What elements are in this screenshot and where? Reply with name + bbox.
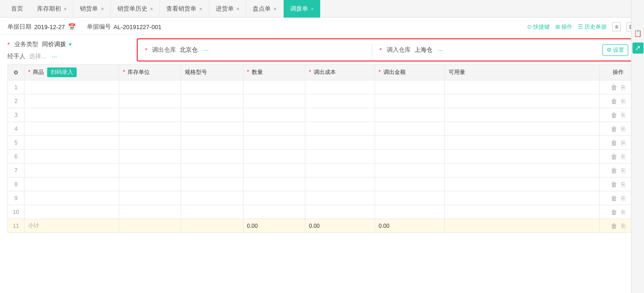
- tab-home[interactable]: 首页: [4, 5, 30, 13]
- biz-type-select[interactable]: 同价调拨 ▾: [42, 40, 72, 49]
- row-copy-icon-4[interactable]: ⎘: [621, 125, 625, 133]
- row-spec-10[interactable]: [181, 205, 243, 219]
- row-qty-7[interactable]: [243, 164, 305, 177]
- row-qty-3[interactable]: [243, 108, 305, 122]
- row-qty-5[interactable]: [243, 136, 305, 150]
- row-delete-icon-9[interactable]: 🗑: [611, 195, 617, 202]
- tab-sales-order[interactable]: 销货单 ×: [73, 0, 110, 18]
- row-unit-9[interactable]: [119, 191, 181, 205]
- row-qty-10[interactable]: [243, 205, 305, 219]
- tab-close-sales-order[interactable]: ×: [101, 6, 103, 12]
- row-goods-4[interactable]: [24, 122, 119, 136]
- row-goods-5[interactable]: [24, 136, 119, 150]
- row-available-5[interactable]: [444, 136, 599, 150]
- row-unit-7[interactable]: [119, 164, 181, 177]
- row-spec-9[interactable]: [181, 191, 243, 205]
- col-header-settings[interactable]: ⚙: [8, 65, 24, 80]
- row-delete-icon-2[interactable]: 🗑: [611, 98, 617, 105]
- subtotal-copy-icon[interactable]: ⎘: [621, 222, 625, 230]
- row-qty-4[interactable]: [243, 122, 305, 136]
- row-copy-icon-9[interactable]: ⎘: [621, 195, 625, 202]
- row-cost-9[interactable]: [305, 191, 375, 205]
- row-goods-8[interactable]: [24, 177, 119, 191]
- warehouse-out-value[interactable]: 北京仓: [180, 46, 198, 54]
- row-qty-9[interactable]: [243, 191, 305, 205]
- tab-close-transfer[interactable]: ×: [311, 6, 314, 12]
- row-copy-icon-5[interactable]: ⎘: [621, 139, 625, 146]
- row-spec-6[interactable]: [181, 150, 243, 164]
- subtotal-delete-icon[interactable]: 🗑: [611, 222, 617, 230]
- row-delete-icon-7[interactable]: 🗑: [611, 167, 617, 174]
- row-spec-2[interactable]: [181, 94, 243, 108]
- row-amount-9[interactable]: [375, 191, 444, 205]
- person-more-icon[interactable]: ···: [52, 53, 57, 60]
- row-unit-3[interactable]: [119, 108, 181, 122]
- row-available-9[interactable]: [444, 191, 599, 205]
- row-amount-7[interactable]: [375, 164, 444, 177]
- table-container[interactable]: ⚙ * 商品 扫码录入 * 库存单位 规格型号 *: [7, 64, 637, 291]
- row-delete-icon-10[interactable]: 🗑: [611, 208, 617, 216]
- row-copy-icon-10[interactable]: ⎘: [621, 208, 625, 216]
- row-spec-4[interactable]: [181, 122, 243, 136]
- row-cost-8[interactable]: [305, 177, 375, 191]
- warehouse-in-more-icon[interactable]: ···: [438, 46, 444, 54]
- settings-button[interactable]: ⚙ 设置: [602, 44, 628, 56]
- tab-close-sales-history[interactable]: ×: [150, 6, 153, 12]
- row-goods-9[interactable]: [24, 191, 119, 205]
- tab-inventory-check[interactable]: 盘点单 ×: [246, 0, 283, 18]
- row-amount-1[interactable]: [375, 80, 444, 94]
- row-delete-icon-4[interactable]: 🗑: [611, 125, 617, 133]
- tab-transfer[interactable]: 调拨单 ×: [284, 0, 321, 18]
- warehouse-in-value[interactable]: 上海仓: [414, 46, 432, 54]
- row-amount-8[interactable]: [375, 177, 444, 191]
- row-spec-1[interactable]: [181, 80, 243, 94]
- row-cost-10[interactable]: [305, 205, 375, 219]
- row-copy-icon-3[interactable]: ⎘: [621, 111, 625, 119]
- tab-purchase[interactable]: 进货单 ×: [209, 0, 246, 18]
- tab-close-inventory-init[interactable]: ×: [64, 6, 67, 12]
- row-spec-7[interactable]: [181, 164, 243, 177]
- row-amount-6[interactable]: [375, 150, 444, 164]
- row-cost-3[interactable]: [305, 108, 375, 122]
- row-cost-5[interactable]: [305, 136, 375, 150]
- tab-inventory-init[interactable]: 库存期初 ×: [30, 0, 73, 18]
- shortcut-action[interactable]: ⊙ 快捷键: [527, 23, 550, 31]
- row-cost-7[interactable]: [305, 164, 375, 177]
- row-delete-icon-5[interactable]: 🗑: [611, 139, 617, 146]
- history-action[interactable]: ☰ 历史单据: [578, 23, 607, 31]
- row-available-10[interactable]: [444, 205, 599, 219]
- row-goods-10[interactable]: [24, 205, 119, 219]
- row-unit-6[interactable]: [119, 150, 181, 164]
- row-cost-6[interactable]: [305, 150, 375, 164]
- row-unit-8[interactable]: [119, 177, 181, 191]
- view-toggle-1[interactable]: ≡: [612, 22, 621, 31]
- tab-close-view-sales[interactable]: ×: [199, 6, 202, 12]
- row-cost-4[interactable]: [305, 122, 375, 136]
- row-available-4[interactable]: [444, 122, 599, 136]
- tab-close-purchase[interactable]: ×: [237, 6, 239, 12]
- row-available-3[interactable]: [444, 108, 599, 122]
- row-copy-icon-2[interactable]: ⎘: [621, 98, 625, 105]
- row-unit-4[interactable]: [119, 122, 181, 136]
- row-cost-2[interactable]: [305, 94, 375, 108]
- row-qty-1[interactable]: [243, 80, 305, 94]
- row-spec-8[interactable]: [181, 177, 243, 191]
- sidebar-doc-icon[interactable]: 📋: [632, 28, 644, 39]
- row-available-8[interactable]: [444, 177, 599, 191]
- row-goods-1[interactable]: [24, 80, 119, 94]
- row-copy-icon-1[interactable]: ⎘: [621, 84, 625, 91]
- row-available-7[interactable]: [444, 164, 599, 177]
- scan-button[interactable]: 扫码录入: [47, 67, 77, 77]
- row-unit-2[interactable]: [119, 94, 181, 108]
- row-goods-2[interactable]: [24, 94, 119, 108]
- person-select[interactable]: 选择...: [29, 52, 46, 61]
- row-copy-icon-7[interactable]: ⎘: [621, 167, 625, 174]
- row-qty-6[interactable]: [243, 150, 305, 164]
- sidebar-link-icon[interactable]: ↗: [632, 43, 644, 54]
- row-qty-2[interactable]: [243, 94, 305, 108]
- row-amount-5[interactable]: [375, 136, 444, 150]
- row-delete-icon-6[interactable]: 🗑: [611, 153, 617, 160]
- row-copy-icon-6[interactable]: ⎘: [621, 153, 625, 160]
- row-unit-1[interactable]: [119, 80, 181, 94]
- row-unit-10[interactable]: [119, 205, 181, 219]
